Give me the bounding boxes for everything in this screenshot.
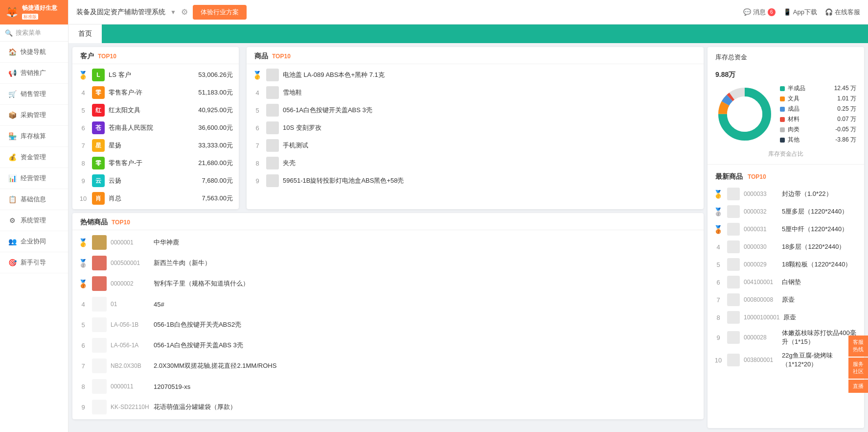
nav-item-2[interactable]: 🛒 销售管理 [0, 84, 68, 105]
nav-item-6[interactable]: 📊 经营管理 [0, 168, 68, 189]
customer-rank-row-2: 4 零 零售客户-许 51,183.00元 [72, 84, 239, 101]
nav-icon-6: 📊 [8, 174, 17, 183]
nav-label-4: 库存核算 [21, 132, 46, 141]
legend-dot-5 [780, 138, 785, 143]
inventory-section: 库存总资金 9.88万 [708, 47, 864, 165]
new-product-name-1: 封边带（1.0*22） [782, 190, 858, 198]
goods-name-7: 59651-1B旋转投影灯电池盒ABS黑色+58壳 [283, 176, 698, 185]
new-medal-2: 🥈 [713, 207, 723, 216]
customer-value-1: 53,006.26元 [198, 71, 233, 79]
dropdown-arrow-icon[interactable]: ▼ [170, 9, 176, 16]
nav-label-3: 采购管理 [21, 111, 46, 120]
app-download-button[interactable]: 📱 App下载 [783, 8, 817, 17]
new-product-code-8: 10000100001 [744, 314, 779, 321]
legend-value-3: 0.07 万 [837, 115, 856, 123]
header: 装备及固定资产辅助管理系统 ▼ ⚙ 体验行业方案 💬 消息 6 📱 App下载 … [69, 0, 868, 24]
tab-homepage[interactable]: 首页 [69, 24, 102, 43]
hot-name-3: 智利车子里（规格不知道填什么） [154, 279, 698, 288]
new-num-10: 10 [713, 357, 723, 364]
app-badge: 标准版 [22, 14, 38, 20]
customer-name-5: 星扬 [109, 141, 194, 150]
hot-img-1 [92, 235, 107, 250]
search-menu[interactable]: 🔍 搜索菜单 [0, 24, 68, 42]
hot-row-5: 5 LA-056-1B 056-1B白色按键开关壳ABS2壳 [72, 314, 704, 335]
hot-code-5: LA-056-1B [111, 321, 150, 328]
new-product-code-7: 000800008 [744, 296, 778, 303]
rank-num-6: 8 [78, 160, 88, 167]
main-content: 客户 TOP10 🥇 L LS 客户 53,006.26元 4 零 [69, 43, 868, 432]
customer-name-3: 红太阳文具 [109, 106, 194, 115]
hot-row-8: 8 0000011 12070519-xs [72, 376, 704, 397]
customer-rank-row-1: 🥇 L LS 客户 53,006.26元 [72, 66, 239, 84]
system-title: 装备及固定资产辅助管理系统 [76, 8, 165, 17]
legend-item-2: 成品 0.25 万 [780, 105, 856, 113]
nav-item-9[interactable]: 👥 企业协同 [0, 231, 68, 252]
customer-rank-row-6: 8 零 零售客户-于 21,680.00元 [72, 154, 239, 172]
goods-num-5: 7 [252, 142, 262, 149]
new-num-8: 8 [713, 314, 723, 321]
legend-label-0: 半成品 [788, 84, 831, 93]
rank-num-8: 10 [78, 195, 88, 202]
search-menu-label: 搜索菜单 [16, 28, 41, 37]
new-product-img-8 [727, 311, 740, 324]
nav-label-5: 资金管理 [21, 153, 46, 162]
nav-item-7[interactable]: 📋 基础信息 [0, 189, 68, 210]
nav-item-0[interactable]: 🏠 快捷导航 [0, 42, 68, 63]
message-button[interactable]: 💬 消息 6 [743, 8, 776, 17]
goods-num-2: 4 [252, 89, 262, 96]
hot-row-4: 4 01 45# [72, 294, 704, 314]
new-product-name-3: 5厘中纤（1220*2440） [782, 225, 858, 234]
nav-item-10[interactable]: 🎯 新手引导 [0, 252, 68, 273]
customer-panel-header: 客户 TOP10 [72, 47, 239, 64]
hot-row-1: 🥇 0000001 中华神鹿 [72, 232, 704, 253]
goods-rank-row-2: 4 雪地鞋 [247, 84, 704, 101]
customer-value-6: 21,680.00元 [198, 159, 233, 168]
goods-rank-row-7: 9 59651-1B旋转投影灯电池盒ABS黑色+58壳 [247, 172, 704, 190]
hot-medal-1: 🥇 [78, 238, 88, 247]
hot-img-4 [92, 297, 107, 312]
customer-top10-panel: 客户 TOP10 🥇 L LS 客户 53,006.26元 4 零 [72, 47, 239, 209]
search-icon: 🔍 [5, 29, 13, 37]
online-service-button[interactable]: 🎧 在线客服 [825, 8, 860, 17]
hot-list: 🥇 0000001 中华神鹿 🥈 000500001 新西兰牛肉（新牛） 🥉 0… [72, 230, 704, 419]
goods-img-7 [266, 174, 279, 187]
nav-icon-7: 📋 [8, 195, 17, 204]
nav-item-4[interactable]: 🏪 库存核算 [0, 126, 68, 147]
new-product-name-7: 原壶 [782, 295, 858, 304]
legend-label-3: 材料 [788, 115, 834, 123]
nav-item-5[interactable]: 💰 资金管理 [0, 147, 68, 168]
right-panel: 库存总资金 9.88万 [708, 47, 864, 428]
goods-rank-row-6: 8 夹壳 [247, 154, 704, 172]
customer-avatar-7: 云 [92, 174, 105, 187]
nav-icon-9: 👥 [8, 237, 17, 246]
hot-name-6: 056-1A白色按键开关盖ABS 3壳 [154, 341, 698, 350]
hot-panel-header: 热销商品 TOP10 [72, 213, 704, 230]
trial-button[interactable]: 体验行业方案 [193, 5, 247, 20]
new-product-row-4: 4 0000030 18多层（1220*2440） [708, 238, 864, 256]
customer-rank-row-3: 5 红 红太阳文具 40,925.00元 [72, 101, 239, 119]
nav-label-8: 系统管理 [21, 216, 46, 225]
nav-item-8[interactable]: ⚙ 系统管理 [0, 210, 68, 231]
new-product-img-6 [727, 276, 740, 288]
goods-img-6 [266, 157, 279, 169]
cs-hotline-button[interactable]: 客服热线 [848, 336, 868, 357]
nav-item-3[interactable]: 📦 采购管理 [0, 105, 68, 126]
hot-name-5: 056-1B白色按键开关壳ABS2壳 [154, 320, 698, 329]
hot-code-8: 0000011 [111, 383, 150, 390]
cs-community-button[interactable]: 服务社区 [848, 358, 868, 379]
nav-item-1[interactable]: 📢 营销推广 [0, 63, 68, 84]
app-name: 畅捷通好生意 [22, 4, 57, 12]
new-product-code-9: 0000028 [744, 334, 778, 341]
legend-item-1: 文具 1.01 万 [780, 95, 856, 103]
customer-avatar-3: 红 [92, 104, 105, 117]
inventory-chart-area: 半成品 12.45 万 文具 1.01 万 成品 0.25 万 [715, 80, 856, 148]
hot-medal-3: 🥉 [78, 279, 88, 288]
settings-icon[interactable]: ⚙ [181, 7, 188, 17]
new-product-row-6: 6 004100001 白钢垫 [708, 273, 864, 291]
hot-num-4: 4 [78, 301, 88, 308]
new-product-code-4: 0000030 [744, 243, 778, 250]
inventory-value: 9.88 [715, 71, 729, 78]
legend-dot-0 [780, 86, 785, 91]
new-product-row-1: 🥇 0000033 封边带（1.0*22） [708, 185, 864, 203]
cs-live-button[interactable]: 直播 [848, 380, 868, 393]
